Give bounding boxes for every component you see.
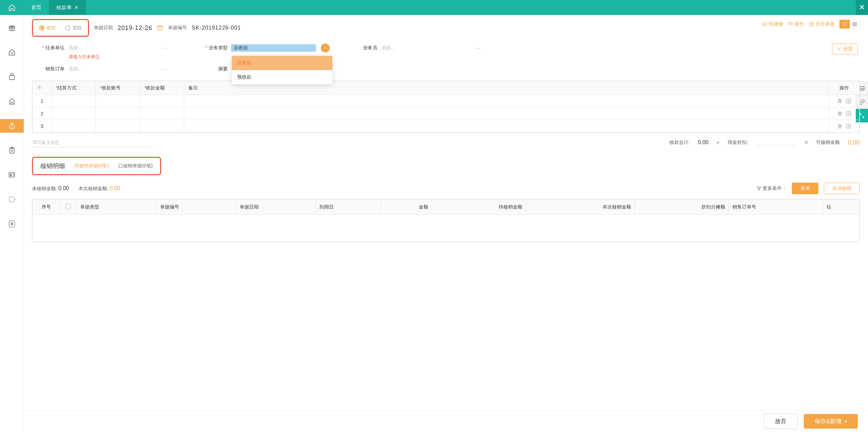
- header-close-button[interactable]: ✕: [856, 0, 868, 15]
- tab-home[interactable]: 首页: [24, 0, 49, 15]
- tab-current[interactable]: 收款单 ✕: [49, 0, 86, 15]
- home-icon-button[interactable]: [0, 0, 24, 15]
- close-icon[interactable]: ✕: [74, 5, 79, 10]
- tab-current-label: 收款单: [56, 4, 72, 11]
- top-header: 首页 收款单 ✕ ✕: [0, 0, 868, 15]
